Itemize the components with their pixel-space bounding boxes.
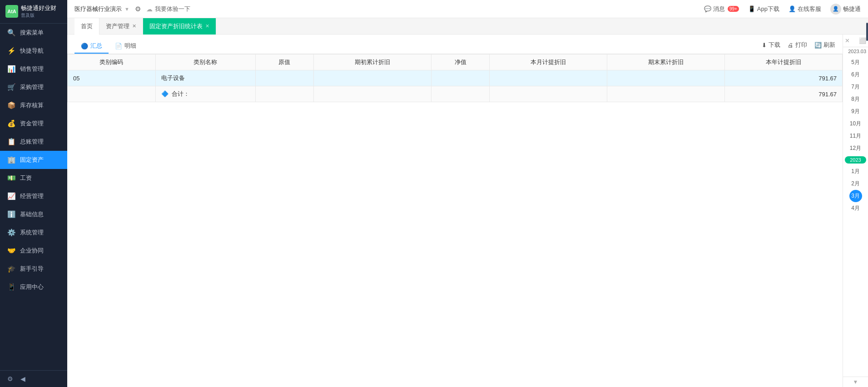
cell-original (255, 70, 313, 86)
cell-end-accum (607, 70, 725, 86)
topbar: 医疗器械行业演示 ▼ ⚙ ☁ 我要体验一下 💬 消息 99+ 📱 App下载 👤… (67, 0, 868, 18)
cell-monthly-dep (490, 70, 607, 86)
tab-depreciation-close-icon[interactable]: ✕ (205, 23, 209, 29)
download-button[interactable]: ⬇ 下载 (762, 41, 780, 49)
col-end-accum: 期末累计折旧 (607, 55, 725, 70)
tab-home[interactable]: 首页 (74, 18, 99, 35)
tab-asset-close-icon[interactable]: ✕ (132, 23, 136, 29)
collapse-icon[interactable]: ◀ (20, 375, 25, 382)
content-area: 🔵 汇总 📄 明细 ⬇ 下载 🖨 打印 (67, 35, 868, 387)
sidebar-item-guide[interactable]: 🎓 新手引导 (0, 260, 67, 278)
detail-icon: 📄 (115, 43, 122, 50)
month-9[interactable]: 9月 (843, 105, 868, 118)
sidebar-item-inventory[interactable]: 📦 库存核算 (0, 96, 67, 114)
month-5[interactable]: 5月 (843, 56, 868, 69)
refresh-button[interactable]: 🔄 刷新 (814, 41, 835, 49)
month-7[interactable]: 7月 (843, 81, 868, 93)
month-12[interactable]: 12月 (843, 142, 868, 154)
total-monthly-dep (490, 86, 607, 102)
download-btn-label: 下载 (769, 41, 780, 49)
total-label-cell: 🔷 合计： (155, 86, 255, 102)
table-container: 类别编码 类别名称 原值 期初累计折旧 净值 本月计提折旧 期末累计折旧 本年计… (67, 54, 843, 387)
date-panel-title: 2023.03 (843, 47, 868, 55)
settings-bottom-icon[interactable]: ⚙ (7, 375, 13, 382)
sub-tab-detail[interactable]: 📄 明细 (109, 39, 143, 54)
message-button[interactable]: 💬 消息 99+ (704, 5, 739, 13)
app-download-button[interactable]: 📱 App下载 (748, 5, 779, 13)
sidebar-item-system[interactable]: ⚙️ 系统管理 (0, 223, 67, 242)
month-2023-1[interactable]: 1月 (843, 165, 868, 178)
total-cell-empty (68, 86, 156, 102)
month-2023-4[interactable]: 4月 (843, 202, 868, 214)
year-2023-months: 1月 2月 3月 4月 (843, 164, 868, 215)
scroll-down-icon[interactable]: ▼ (853, 379, 858, 385)
cell-annual-dep: 791.67 (725, 70, 843, 86)
date-panel: ✕ ⬜ 2023.03 5月 6月 7月 8月 9月 10月 11月 12月 2… (843, 35, 868, 387)
sidebar-item-label: 经营管理 (20, 192, 44, 200)
sidebar-item-finance[interactable]: 💰 资金管理 (0, 114, 67, 133)
tab-depreciation-table[interactable]: 固定资产折旧统计表 ✕ (143, 18, 216, 35)
company-selector[interactable]: 医疗器械行业演示 ▼ (74, 5, 129, 13)
total-initial-accum (314, 86, 432, 102)
user-menu[interactable]: 👤 畅捷通 (830, 4, 861, 15)
sidebar-item-label: 采购管理 (20, 83, 44, 91)
operations-icon: 📈 (7, 192, 15, 200)
month-6[interactable]: 6月 (843, 69, 868, 81)
inventory-icon: 📦 (7, 101, 15, 109)
sub-tab-summary[interactable]: 🔵 汇总 (74, 39, 109, 54)
logo-text: 畅捷通好业财 (21, 5, 56, 12)
print-icon: 🖨 (788, 42, 794, 49)
logo-icon: AtA (5, 5, 18, 18)
sidebar-item-purchase[interactable]: 🛒 采购管理 (0, 78, 67, 96)
month-11[interactable]: 11月 (843, 130, 868, 142)
sidebar-item-quick-nav[interactable]: ⚡ 快捷导航 (0, 42, 67, 60)
col-net-value: 净值 (431, 55, 489, 70)
year-2023-label[interactable]: 2023 (845, 156, 866, 164)
print-label: 打印 (795, 41, 807, 49)
logo-sub: 普及版 (21, 12, 56, 19)
message-badge: 99+ (728, 6, 739, 12)
topbar-settings-icon[interactable]: ⚙ (135, 5, 141, 13)
sidebar-item-fixed-assets[interactable]: 🏢 固定资产 (0, 151, 67, 169)
sidebar-item-app-center[interactable]: 📱 应用中心 (0, 278, 67, 296)
total-net-value (431, 86, 489, 102)
cell-net-value (431, 70, 489, 86)
refresh-icon: 🔄 (814, 42, 822, 49)
date-panel-expand-icon[interactable]: ⬜ (859, 37, 866, 44)
total-end-accum (607, 86, 725, 102)
app-download-label: App下载 (757, 5, 779, 13)
sales-icon: 📊 (7, 65, 15, 73)
demo-button[interactable]: ☁ 我要体验一下 (146, 5, 190, 13)
purchase-icon: 🛒 (7, 83, 15, 91)
sidebar-item-sales[interactable]: 📊 销售管理 (0, 60, 67, 78)
online-service-button[interactable]: 👤 在线客服 (789, 5, 821, 13)
topbar-right: 💬 消息 99+ 📱 App下载 👤 在线客服 👤 畅捷通 (704, 4, 861, 15)
col-original: 原值 (255, 55, 313, 70)
month-8[interactable]: 8月 (843, 93, 868, 105)
user-name: 畅捷通 (843, 5, 861, 13)
tab-depreciation-label: 固定资产折旧统计表 (149, 22, 203, 30)
sidebar-item-ledger[interactable]: 📋 总账管理 (0, 133, 67, 151)
sidebar-item-label: 资金管理 (20, 119, 44, 128)
main-area: 医疗器械行业演示 ▼ ⚙ ☁ 我要体验一下 💬 消息 99+ 📱 App下载 👤… (67, 0, 868, 387)
sidebar-item-basic-info[interactable]: ℹ️ 基础信息 (0, 205, 67, 223)
sidebar-item-operations[interactable]: 📈 经营管理 (0, 187, 67, 205)
col-code: 类别编码 (68, 55, 156, 70)
col-annual-dep: 本年计提折旧 (725, 55, 843, 70)
sidebar-item-search[interactable]: 🔍 搜索菜单 (0, 24, 67, 42)
sidebar-item-enterprise[interactable]: 🤝 企业协同 (0, 242, 67, 260)
print-button[interactable]: 🖨 打印 (788, 41, 807, 49)
date-panel-close-icon[interactable]: ✕ (845, 37, 850, 44)
total-original (255, 86, 313, 102)
total-annual-dep: 791.67 (725, 86, 843, 102)
month-2023-3-current[interactable]: 3月 (849, 190, 862, 202)
month-2023-2[interactable]: 2月 (843, 178, 868, 190)
month-10[interactable]: 10月 (843, 118, 868, 130)
sidebar-item-salary[interactable]: 💵 工资 (0, 169, 67, 187)
search-icon: 🔍 (7, 29, 15, 37)
tab-asset-management[interactable]: 资产管理 ✕ (99, 18, 143, 35)
depreciation-table: 类别编码 类别名称 原值 期初累计折旧 净值 本月计提折旧 期末累计折旧 本年计… (67, 54, 843, 102)
company-name: 医疗器械行业演示 (74, 5, 122, 13)
avatar: 👤 (830, 4, 841, 15)
summary-icon: 🔵 (81, 43, 88, 50)
